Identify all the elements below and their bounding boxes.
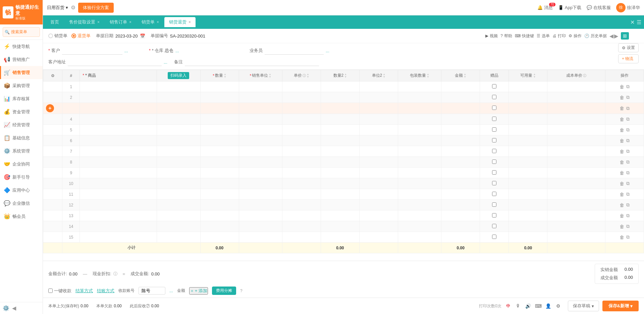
settings2-icon[interactable]: ⚙ xyxy=(554,302,562,310)
row-product[interactable] xyxy=(80,157,157,168)
row-gift[interactable] xyxy=(480,125,509,135)
row-amount[interactable] xyxy=(441,157,480,168)
row-pack[interactable] xyxy=(398,157,441,168)
row-unit[interactable] xyxy=(239,103,282,114)
online-service-item[interactable]: 💬 在线客服 xyxy=(587,5,611,11)
row-amount[interactable] xyxy=(441,178,480,189)
row-unit[interactable] xyxy=(239,189,282,200)
row-unit2[interactable] xyxy=(359,200,398,210)
row-amount[interactable] xyxy=(441,221,480,232)
row-product[interactable] xyxy=(80,103,157,114)
row-available[interactable] xyxy=(509,135,547,146)
row-pack[interactable] xyxy=(398,125,441,135)
row-qty[interactable] xyxy=(200,103,239,114)
row-price[interactable] xyxy=(282,189,321,200)
row-product[interactable] xyxy=(80,135,157,146)
history-action[interactable]: 🕐 历史单据 xyxy=(584,33,607,39)
row-qty[interactable] xyxy=(200,168,239,178)
copy-row-icon[interactable]: ⧉ xyxy=(626,127,630,133)
row-cost[interactable] xyxy=(547,221,605,232)
row-qty2[interactable] xyxy=(321,221,359,232)
delete-row-icon[interactable]: 🗑 xyxy=(620,95,624,100)
row-pack[interactable] xyxy=(398,210,441,221)
next-record-icon[interactable]: ▶ xyxy=(614,33,618,39)
print-action[interactable]: 🖨 打印 xyxy=(552,33,566,39)
row-product[interactable] xyxy=(80,189,157,200)
document-id-value[interactable]: SA-20230320-001 xyxy=(170,34,206,39)
scan-input-button[interactable]: 扫码录入 xyxy=(168,72,189,79)
add-logistics-button[interactable]: + 物流 xyxy=(618,54,639,63)
row-price[interactable] xyxy=(282,157,321,168)
row-amount[interactable] xyxy=(441,103,480,114)
row-gift[interactable] xyxy=(480,114,509,125)
row-pack[interactable] xyxy=(398,200,441,210)
row-qty[interactable] xyxy=(200,92,239,103)
copy-row-icon[interactable]: ⧉ xyxy=(626,213,630,218)
return-radio[interactable]: 退货单 xyxy=(71,33,91,39)
row-qty2[interactable] xyxy=(321,125,359,135)
sidebar-item-system[interactable]: ⚙️ 系统管理 xyxy=(0,144,43,158)
row-col-setting[interactable]: + xyxy=(43,103,62,114)
topbar-gear-icon[interactable]: ⚙ xyxy=(71,4,75,11)
category-selector[interactable]: 日用百货 ▾ xyxy=(47,5,68,11)
billing-method-link[interactable]: 结账方式 xyxy=(97,288,114,294)
sidebar-item-quick-nav[interactable]: ⚡ 快捷导航 xyxy=(0,40,43,53)
copy-row-icon[interactable]: ⧉ xyxy=(626,84,630,89)
row-unit[interactable] xyxy=(239,146,282,157)
row-unit[interactable] xyxy=(239,81,282,92)
save-new-button[interactable]: 保存&新增 ▾ xyxy=(602,301,639,311)
row-amount[interactable] xyxy=(441,146,480,157)
row-available[interactable] xyxy=(509,210,547,221)
row-pack[interactable] xyxy=(398,146,441,157)
row-unit2[interactable] xyxy=(359,146,398,157)
sidebar-item-finance[interactable]: 💰 资金管理 xyxy=(0,105,43,118)
row-cost[interactable] xyxy=(547,92,605,103)
sidebar-item-marketing[interactable]: 📢 营销推广 xyxy=(0,53,43,66)
row-price[interactable] xyxy=(282,178,321,189)
tab-sales-return[interactable]: 销货退货 × xyxy=(164,17,196,27)
row-qty[interactable] xyxy=(200,178,239,189)
search-menu-button[interactable]: 🔍 搜索菜单 xyxy=(3,27,40,37)
row-gift[interactable] xyxy=(480,189,509,200)
row-available[interactable] xyxy=(509,189,547,200)
staff-lookup-icon[interactable]: ... xyxy=(326,48,329,53)
dropdown-arrow-icon[interactable]: ▾ xyxy=(630,304,633,309)
row-qty2[interactable] xyxy=(321,92,359,103)
row-product[interactable] xyxy=(80,125,157,135)
row-price[interactable] xyxy=(282,103,321,114)
copy-row-icon[interactable]: ⧉ xyxy=(626,116,630,122)
keyboard-icon[interactable]: ⌨ xyxy=(534,302,542,310)
row-qty2[interactable] xyxy=(321,168,359,178)
gift-checkbox[interactable] xyxy=(492,202,496,207)
row-amount[interactable] xyxy=(441,232,480,243)
row-unit2[interactable] xyxy=(359,168,398,178)
row-cost[interactable] xyxy=(547,210,605,221)
delete-row-icon[interactable]: 🗑 xyxy=(620,202,624,208)
customer-lookup-icon[interactable]: ... xyxy=(124,48,128,53)
row-unit[interactable] xyxy=(239,92,282,103)
row-unit[interactable] xyxy=(239,232,282,243)
row-gift[interactable] xyxy=(480,210,509,221)
row-price[interactable] xyxy=(282,92,321,103)
row-pack[interactable] xyxy=(398,135,441,146)
row-unit[interactable] xyxy=(239,178,282,189)
row-available[interactable] xyxy=(509,81,547,92)
list-view-button[interactable]: ☰ xyxy=(630,32,639,40)
row-unit[interactable] xyxy=(239,168,282,178)
row-product[interactable] xyxy=(80,232,157,243)
gift-checkbox[interactable] xyxy=(492,224,496,228)
calendar-icon[interactable]: 📅 xyxy=(140,34,145,39)
dropdown-arrow-icon[interactable]: ▾ xyxy=(592,304,594,309)
row-qty2[interactable] xyxy=(321,81,359,92)
row-available[interactable] xyxy=(509,146,547,157)
zhongwen-icon[interactable]: 中 xyxy=(504,302,512,310)
row-qty2[interactable] xyxy=(321,232,359,243)
tab-close-icon[interactable]: × xyxy=(157,20,159,24)
row-price[interactable] xyxy=(282,125,321,135)
row-qty[interactable] xyxy=(200,189,239,200)
col-scan-header[interactable]: 扫码录入 xyxy=(157,70,200,81)
address-lookup-icon[interactable]: ... xyxy=(164,60,167,65)
row-product[interactable] xyxy=(80,178,157,189)
mic-icon[interactable]: 🔊 xyxy=(524,302,532,310)
account-input[interactable] xyxy=(139,287,165,295)
